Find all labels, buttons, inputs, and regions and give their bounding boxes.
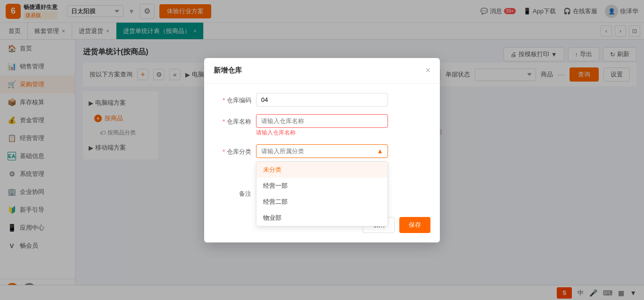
name-input[interactable] (256, 114, 388, 128)
category-label: 仓库分类 (218, 144, 251, 156)
name-label: 仓库名称 (218, 114, 251, 126)
code-row: 仓库编码 (218, 93, 426, 107)
name-row: 仓库名称 请输入仓库名称 (218, 114, 426, 137)
name-input-wrap: 请输入仓库名称 (256, 114, 388, 137)
category-input-wrap: ▲ 未分类 经营一部 经营二部 物业部 (256, 144, 388, 158)
code-input-wrap (256, 93, 388, 107)
modal-body: 仓库编码 仓库名称 请输入仓库名称 仓库分类 ▲ (204, 83, 440, 212)
category-input[interactable] (256, 144, 388, 158)
note-label: 备注 (218, 186, 251, 198)
modal-title: 新增仓库 (214, 66, 242, 75)
modal-header: 新增仓库 × (204, 58, 440, 83)
dropdown-item-uncategorized[interactable]: 未分类 (256, 162, 388, 178)
dropdown-item-dept1[interactable]: 经营一部 (256, 178, 388, 194)
category-dropdown-list: 未分类 经营一部 经营二部 物业部 (256, 161, 388, 226)
dropdown-up-arrow-icon[interactable]: ▲ (377, 147, 383, 155)
dropdown-item-property[interactable]: 物业部 (256, 210, 388, 226)
modal-close-icon[interactable]: × (425, 66, 430, 75)
name-error-text: 请输入仓库名称 (256, 129, 388, 137)
code-input[interactable] (256, 93, 388, 107)
category-dropdown: ▲ (256, 144, 388, 158)
code-label: 仓库编码 (218, 93, 251, 105)
save-button[interactable]: 保存 (399, 217, 430, 233)
add-warehouse-modal: 新增仓库 × 仓库编码 仓库名称 请输入仓库名称 仓库分类 (204, 58, 440, 242)
category-row: 仓库分类 ▲ 未分类 经营一部 经营二部 物业部 (218, 144, 426, 158)
modal-overlay: 新增仓库 × 仓库编码 仓库名称 请输入仓库名称 仓库分类 (0, 0, 644, 300)
dropdown-item-dept2[interactable]: 经营二部 (256, 194, 388, 210)
